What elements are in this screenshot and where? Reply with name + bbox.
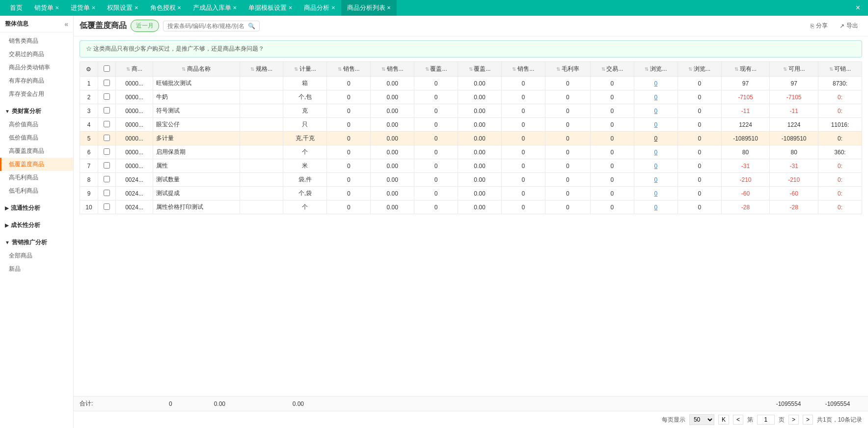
col-name[interactable]: 商品名称 bbox=[153, 62, 240, 77]
row-browse1[interactable]: 0 bbox=[634, 104, 678, 118]
col-browse1[interactable]: 浏览... bbox=[634, 62, 678, 77]
col-sales-amt[interactable]: 销售... bbox=[371, 62, 414, 77]
sidebar-section-marketing-title[interactable]: ▼ 营销推广分析 bbox=[0, 236, 73, 249]
sidebar-section-growth-title[interactable]: ▶ 成长性分析 bbox=[0, 219, 73, 232]
sidebar-item-traded-goods[interactable]: 交易过的商品 bbox=[0, 48, 73, 61]
row-select-checkbox[interactable] bbox=[104, 203, 110, 210]
col-gross[interactable]: 毛利率 bbox=[545, 62, 590, 77]
nav-analysis-list[interactable]: 商品分析列表 × bbox=[341, 0, 397, 16]
row-unit: 个,包 bbox=[283, 90, 327, 104]
sidebar-item-low-value[interactable]: 低价值商品 bbox=[0, 131, 73, 144]
sidebar-item-high-margin[interactable]: 高毛利商品 bbox=[0, 171, 73, 184]
nav-template[interactable]: 单据模板设置 × bbox=[243, 0, 298, 16]
row-browse1[interactable]: 0 bbox=[634, 187, 678, 200]
col-trade[interactable]: 交易... bbox=[591, 62, 634, 77]
row-spec bbox=[240, 118, 283, 132]
row-name: 启用保质期 bbox=[153, 145, 240, 159]
row-browse1[interactable]: 0 bbox=[634, 145, 678, 159]
row-checkbox[interactable] bbox=[98, 187, 115, 200]
page-size-label: 每页显示 bbox=[662, 416, 685, 424]
row-checkbox[interactable] bbox=[98, 77, 115, 90]
row-browse1[interactable]: 0 bbox=[634, 132, 678, 145]
row-checkbox[interactable] bbox=[98, 90, 115, 104]
row-select-checkbox[interactable] bbox=[104, 80, 110, 86]
col-spec[interactable]: 规格... bbox=[240, 62, 283, 77]
col-current[interactable]: 现有... bbox=[721, 62, 770, 77]
col-sales2[interactable]: 销售... bbox=[501, 62, 545, 77]
col-code[interactable]: 商... bbox=[116, 62, 153, 77]
export-button[interactable]: ↗ 导出 bbox=[836, 20, 862, 32]
page-size-select[interactable]: 50 20 100 bbox=[689, 414, 714, 425]
sidebar-item-stocked-goods[interactable]: 有库存的商品 bbox=[0, 74, 73, 87]
row-select-checkbox[interactable] bbox=[104, 162, 110, 169]
row-browse1[interactable]: 0 bbox=[634, 118, 678, 132]
row-select-checkbox[interactable] bbox=[104, 176, 110, 182]
col-settings[interactable]: ⚙ bbox=[80, 62, 98, 77]
search-icon[interactable]: 🔍 bbox=[248, 23, 255, 29]
row-num: 6 bbox=[80, 145, 98, 159]
row-available: -210 bbox=[770, 173, 818, 187]
sidebar-item-low-margin[interactable]: 低毛利商品 bbox=[0, 184, 73, 198]
row-select-checkbox[interactable] bbox=[104, 135, 110, 141]
row-select-checkbox[interactable] bbox=[104, 107, 110, 114]
sidebar-section-wealth-title[interactable]: ▼ 类财富分析 bbox=[0, 105, 73, 118]
row-checkbox[interactable] bbox=[98, 118, 115, 132]
sidebar-item-new-goods[interactable]: 新品 bbox=[0, 262, 73, 276]
row-select-checkbox[interactable] bbox=[104, 148, 110, 155]
share-button[interactable]: ⎘ 分享 bbox=[807, 20, 832, 32]
sidebar-item-inventory-capital[interactable]: 库存资金占用 bbox=[0, 87, 73, 101]
nav-permission[interactable]: 权限设置 × bbox=[101, 0, 144, 16]
nav-role[interactable]: 角色授权 × bbox=[144, 0, 187, 16]
col-sellable[interactable]: 可销... bbox=[818, 62, 862, 77]
page-input[interactable] bbox=[757, 415, 775, 425]
row-select-checkbox[interactable] bbox=[104, 93, 110, 100]
row-checkbox[interactable] bbox=[98, 173, 115, 187]
row-browse1[interactable]: 0 bbox=[634, 200, 678, 214]
row-available: -11 bbox=[770, 104, 818, 118]
row-browse1[interactable]: 0 bbox=[634, 77, 678, 90]
col-available[interactable]: 可用... bbox=[770, 62, 818, 77]
select-all-checkbox[interactable] bbox=[104, 65, 110, 72]
col-cover2[interactable]: 覆盖... bbox=[458, 62, 502, 77]
last-page-button[interactable]: > bbox=[803, 415, 813, 425]
nav-sales[interactable]: 销货单 × bbox=[28, 0, 65, 16]
nav-home[interactable]: 首页 bbox=[4, 0, 28, 16]
filter-recent-month[interactable]: 近一月 bbox=[131, 20, 159, 32]
col-sales-qty[interactable]: 销售... bbox=[327, 62, 371, 77]
close-all-button[interactable]: × bbox=[852, 3, 864, 12]
nav-purchase[interactable]: 进货单 × bbox=[65, 0, 101, 16]
sidebar-item-all-goods[interactable]: 全部商品 bbox=[0, 249, 73, 262]
row-cover2: 0.00 bbox=[458, 90, 502, 104]
data-table: ⚙ 商... 商品名称 规格... 计量... 销售... 销售... 覆盖..… bbox=[80, 61, 862, 214]
row-select-checkbox[interactable] bbox=[104, 190, 110, 196]
sidebar-collapse-icon[interactable]: « bbox=[64, 20, 68, 28]
search-input[interactable] bbox=[167, 23, 246, 29]
row-sales2: 0 bbox=[501, 159, 545, 173]
row-browse1[interactable]: 0 bbox=[634, 173, 678, 187]
nav-analysis[interactable]: 商品分析 × bbox=[298, 0, 341, 16]
sidebar-item-sales-goods[interactable]: 销售类商品 bbox=[0, 34, 73, 48]
row-checkbox[interactable] bbox=[98, 159, 115, 173]
first-page-button[interactable]: K bbox=[718, 415, 729, 425]
row-browse1[interactable]: 0 bbox=[634, 90, 678, 104]
row-checkbox[interactable] bbox=[98, 200, 115, 214]
sidebar-section-liquidity-title[interactable]: ▶ 流通性分析 bbox=[0, 201, 73, 215]
next-page-button[interactable]: > bbox=[788, 415, 799, 425]
nav-warehouse[interactable]: 产成品入库单 × bbox=[187, 0, 243, 16]
col-unit[interactable]: 计量... bbox=[283, 62, 327, 77]
row-cover1: 0 bbox=[414, 118, 458, 132]
sidebar-item-high-coverage[interactable]: 高覆盖度商品 bbox=[0, 144, 73, 158]
sidebar-item-high-value[interactable]: 高价值商品 bbox=[0, 118, 73, 131]
col-checkbox[interactable] bbox=[98, 62, 115, 77]
row-checkbox[interactable] bbox=[98, 132, 115, 145]
sidebar-item-low-coverage[interactable]: 低覆盖度商品 bbox=[0, 158, 73, 171]
row-browse1[interactable]: 0 bbox=[634, 159, 678, 173]
row-select-checkbox[interactable] bbox=[104, 121, 110, 127]
row-num: 7 bbox=[80, 159, 98, 173]
row-checkbox[interactable] bbox=[98, 104, 115, 118]
col-cover1[interactable]: 覆盖... bbox=[414, 62, 458, 77]
prev-page-button[interactable]: < bbox=[733, 415, 743, 425]
row-checkbox[interactable] bbox=[98, 145, 115, 159]
col-browse2[interactable]: 浏览... bbox=[678, 62, 721, 77]
sidebar-item-category-rate[interactable]: 商品分类动销率 bbox=[0, 61, 73, 74]
